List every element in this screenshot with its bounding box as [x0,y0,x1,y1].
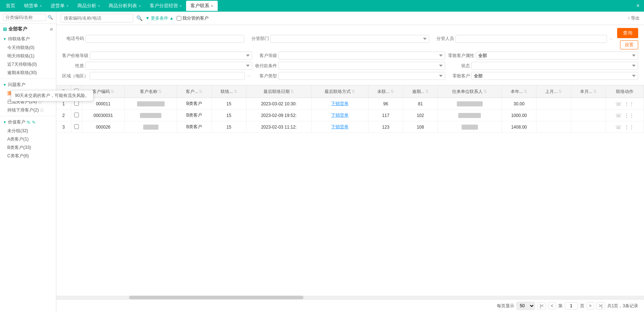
th-name[interactable]: 客户名称 ⇅ [125,85,177,98]
edit-icon[interactable]: ✎ [32,120,36,125]
query-button[interactable]: 查询 [617,28,638,38]
filter-retail-attr-select[interactable]: 全部 [476,52,638,60]
refresh-icon[interactable]: ↻ [27,120,31,125]
filter-status-select[interactable] [471,62,638,70]
sidebar-item-overdue[interactable]: 逾期未联络(30) [0,69,56,77]
th-this-month[interactable]: 本月... ⇅ [571,85,605,98]
tab-sales-close[interactable]: × [40,4,42,8]
row-checkbox[interactable] [74,101,79,106]
sidebar-item-today[interactable]: 今天待联络(0) [0,44,56,52]
sidebar-root[interactable]: ⊞ 全部客户 « [0,24,56,35]
tab-customer-contact-close[interactable]: × [211,4,213,8]
filter-person-input[interactable] [455,35,607,43]
filter-customer-level-select[interactable] [278,52,445,60]
sidebar-item-tomorrow[interactable]: 明天待联络(1) [0,52,56,60]
cell-last-method[interactable]: 下销货单 [311,110,369,121]
sidebar-item-7days[interactable]: 近7天待联络(0) [0,60,56,69]
th-code-sort[interactable]: 客户编码 ⇅ [92,89,114,95]
page-size-select[interactable]: 50 100 [516,302,535,310]
filter-price-level-select[interactable] [90,52,252,60]
th-contact-count-sort[interactable]: 联络... ⇅ [221,89,237,95]
th-last-date[interactable]: 最后联络日期 ⇅ [246,85,311,98]
tab-analysis-list-close[interactable]: × [138,4,141,8]
th-overdue-sort[interactable]: 逾期... ⇅ [412,89,429,95]
contact-icon[interactable]: ☏ [615,101,622,107]
row-checkbox[interactable] [74,113,79,117]
th-last-month-sort[interactable]: 上月... ⇅ [545,89,562,95]
sidebar-item-ungroup[interactable]: 未分组(32) [0,127,56,135]
first-page-btn[interactable]: |< [537,302,546,309]
contact-icon[interactable]: ☏ [615,113,622,118]
tab-customer-layers[interactable]: 客户分层经营 × [145,1,186,11]
tab-purchase-close[interactable]: × [66,4,68,8]
th-contact-person-sort[interactable]: 往来单位联系人 ⇅ [452,89,487,95]
sidebar-item-class-b[interactable]: B类客户(33) [0,143,56,152]
th-uncontacted[interactable]: 未联... ⇅ [369,85,403,98]
th-uncontacted-sort[interactable]: 未联... ⇅ [377,89,394,95]
sidebar-item-declining[interactable]: 持续下滑客户(2) ⓘ [0,106,56,114]
sidebar-group-problem[interactable]: ▼ 问题客户 [0,80,56,89]
row-checkbox[interactable] [74,124,79,129]
scroll-thumb[interactable] [129,296,303,299]
tab-customer-layers-close[interactable]: × [180,4,182,8]
tab-customer-contact[interactable]: 客户联系 × [186,1,217,11]
tab-analysis-close[interactable]: × [98,4,100,8]
cell-checkbox[interactable] [71,110,82,121]
cell-checkbox[interactable] [71,121,82,133]
th-last-method-sort[interactable]: 最后联络方式 ⇅ [325,89,355,95]
tab-home[interactable]: 首页 [1,1,20,11]
more-icon[interactable]: ⋮⋮ [624,101,634,107]
th-name-sort[interactable]: 客户名称 ⇅ [140,89,162,95]
th-type-sort[interactable]: 客户... ⇅ [186,89,202,95]
prev-page-btn[interactable]: < [548,302,556,309]
search-input[interactable] [61,14,133,23]
th-this-year-sort[interactable]: 本年... ⇅ [511,89,527,95]
tab-analysis[interactable]: 商品分析 × [73,1,104,11]
tab-analysis-list[interactable]: 商品分析列表 × [104,1,145,11]
th-last-method[interactable]: 最后联络方式 ⇅ [311,85,369,98]
filter-person-more[interactable]: ··· [608,35,614,42]
filter-region-more[interactable]: ··· [246,72,252,80]
sidebar-search-input[interactable] [3,14,46,21]
last-page-btn[interactable]: >| [596,302,605,309]
export-btn[interactable]: ↑ 导出 [628,15,640,21]
sidebar-item-class-a[interactable]: A类客户(1) [0,135,56,143]
search-icon-btn[interactable]: 🔍 [136,15,142,21]
sidebar-search-icon[interactable]: 🔍 [48,15,53,20]
filter-phone-input[interactable] [85,35,244,43]
th-contact-count[interactable]: 联络... ⇅ [212,85,246,98]
filter-payment-select[interactable] [278,62,445,70]
filter-dept-select[interactable] [270,35,429,43]
th-last-date-sort[interactable]: 最后联络日期 ⇅ [263,89,294,95]
my-customers-checkbox-area[interactable]: 我分管的客户 [177,15,209,21]
th-type[interactable]: 客户... ⇅ [177,85,212,98]
cell-last-method[interactable]: 下销货单 [311,98,369,110]
more-conditions-btn[interactable]: ▼ 更多条件 ▲ [145,15,174,21]
sidebar-group-pending[interactable]: ▼ 待联络客户 [0,35,56,44]
th-contact-person[interactable]: 往来单位联系人 ⇅ [438,85,502,98]
filter-retail-customer-select[interactable]: 全部 [471,72,638,80]
filter-region-input[interactable] [90,72,245,80]
my-customers-checkbox[interactable] [177,16,181,21]
th-this-year[interactable]: 本年... ⇅ [502,85,536,98]
settings-button[interactable]: 设置 [620,40,638,49]
tab-purchase[interactable]: 进货单 × [46,1,73,11]
filter-nature-select[interactable] [85,62,252,70]
th-this-month-sort[interactable]: 本月... ⇅ [580,89,597,95]
more-icon[interactable]: ⋮⋮ [624,113,634,118]
tab-sales[interactable]: 销货单 × [20,1,46,11]
global-close-icon[interactable]: × [633,3,643,9]
contact-icon[interactable]: ☏ [615,124,622,130]
last-method-link[interactable]: 下销货单 [331,101,349,106]
cell-last-method[interactable]: 下销货单 [311,121,369,133]
filter-customer-type-select[interactable] [278,72,445,80]
last-method-link[interactable]: 下销货单 [331,113,349,118]
next-page-btn[interactable]: > [587,302,594,309]
sidebar-item-class-c[interactable]: C类客户(6) [0,152,56,160]
sidebar-collapse-btn[interactable]: « [50,26,53,32]
th-last-month[interactable]: 上月... ⇅ [536,85,571,98]
th-overdue[interactable]: 逾期... ⇅ [403,85,438,98]
sidebar-group-value[interactable]: ▼ 价值客户 ↻ ✎ [0,118,56,127]
last-method-link[interactable]: 下销货单 [331,124,349,129]
page-number-input[interactable] [565,302,578,309]
